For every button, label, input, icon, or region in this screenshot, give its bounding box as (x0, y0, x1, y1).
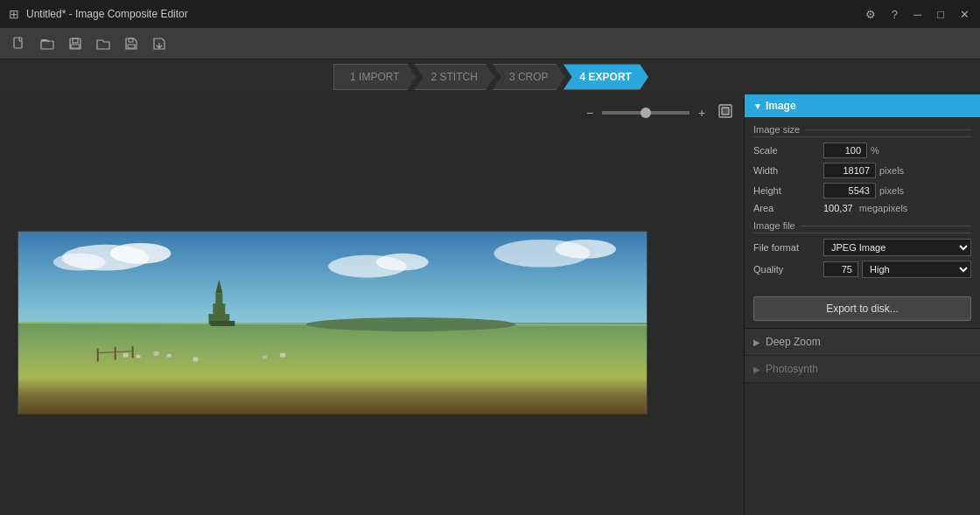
settings-control[interactable]: ⚙ (862, 6, 879, 23)
export-toolbar-button[interactable] (147, 31, 172, 56)
photosynth-label: Photosynth (766, 363, 818, 375)
svg-rect-11 (18, 323, 647, 414)
zoom-out-button[interactable]: − (581, 104, 598, 122)
area-unit: megapixels (859, 203, 908, 213)
app-icon: ⊞ (7, 7, 21, 21)
photosynth-section-header[interactable]: ▶ Photosynth (745, 356, 980, 383)
svg-point-25 (306, 317, 515, 331)
svg-rect-29 (167, 353, 172, 357)
nav-tabs: 1 IMPORT 2 STITCH 3 CROP 4 EXPORT (333, 64, 647, 90)
area-value: 100,37 megapixels (823, 203, 971, 213)
title-bar-left: ⊞ Untitled* - Image Composite Editor (7, 7, 188, 21)
width-input[interactable] (823, 163, 876, 178)
svg-rect-15 (215, 293, 222, 305)
file-format-row: File format JPEG Image PNG Image TIFF Im… (753, 239, 971, 256)
svg-point-19 (110, 242, 172, 263)
svg-rect-34 (115, 346, 116, 359)
panorama-image (18, 231, 648, 414)
save-button[interactable] (119, 31, 144, 56)
tab-import[interactable]: 1 IMPORT (333, 64, 416, 90)
zoom-in-button[interactable]: + (693, 104, 710, 122)
open-folder-button[interactable] (91, 31, 116, 56)
svg-rect-31 (262, 355, 267, 358)
nav-wrapper: BACK 1 IMPORT 2 STITCH 3 CROP 4 EXPORT (333, 59, 647, 94)
canvas-area: − + (0, 94, 744, 515)
photosynth-arrow: ▶ (753, 365, 760, 374)
width-label: Width (753, 165, 823, 176)
svg-rect-28 (154, 351, 159, 355)
image-section: ▼ Image Image size Scale % Width pixels (745, 94, 980, 329)
svg-rect-27 (136, 354, 141, 358)
area-label: Area (753, 203, 823, 213)
svg-point-20 (53, 253, 106, 270)
deep-zoom-label: Deep Zoom (766, 336, 821, 348)
tab-stitch[interactable]: 2 STITCH (415, 64, 494, 90)
right-panel: ▼ Image Image size Scale % Width pixels (744, 94, 980, 515)
image-section-title: Image (766, 100, 796, 112)
image-container (0, 94, 744, 515)
scale-input[interactable] (823, 143, 867, 158)
help-control[interactable]: ? (888, 6, 901, 23)
new-button[interactable] (7, 31, 32, 56)
image-section-header[interactable]: ▼ Image (745, 94, 980, 117)
svg-rect-32 (280, 352, 285, 357)
svg-rect-5 (71, 45, 80, 48)
quality-label: Quality (753, 264, 823, 275)
zoom-toolbar: − + (581, 101, 737, 123)
svg-rect-0 (14, 38, 22, 48)
tab-import-label: 1 IMPORT (350, 71, 399, 83)
image-size-label: Image size (753, 124, 971, 137)
export-to-disk-button[interactable]: Export to disk... (753, 296, 971, 321)
svg-point-22 (376, 253, 429, 270)
quality-input[interactable] (823, 261, 858, 277)
open-project-button[interactable] (35, 31, 60, 56)
svg-rect-35 (132, 345, 134, 358)
height-unit: pixels (879, 185, 904, 196)
svg-rect-2 (41, 41, 53, 49)
save-project-button[interactable] (63, 31, 88, 56)
title-bar: ⊞ Untitled* - Image Composite Editor ⚙ ?… (0, 0, 980, 28)
image-section-arrow: ▼ (753, 101, 762, 111)
quality-row: Quality Low Medium High Maximum (753, 261, 971, 278)
file-format-select[interactable]: JPEG Image PNG Image TIFF Image BMP Imag… (823, 239, 971, 256)
svg-rect-14 (213, 303, 225, 316)
image-file-label: Image file (753, 220, 971, 233)
image-section-body: Image size Scale % Width pixels Height p… (745, 117, 980, 289)
scale-row: Scale % (753, 143, 971, 158)
svg-rect-33 (97, 348, 99, 361)
scale-unit: % (871, 145, 879, 156)
svg-rect-17 (210, 321, 234, 326)
svg-rect-3 (70, 38, 80, 49)
window-title: Untitled* - Image Composite Editor (26, 8, 188, 20)
svg-rect-30 (192, 357, 198, 361)
height-row: Height pixels (753, 183, 971, 198)
tab-crop-label: 3 CROP (509, 71, 549, 83)
nav-bar: BACK 1 IMPORT 2 STITCH 3 CROP 4 EXPORT (0, 59, 980, 94)
deep-zoom-arrow: ▶ (753, 338, 760, 347)
tab-stitch-label: 2 STITCH (431, 71, 478, 83)
window-controls: ⚙ ? ─ □ ✕ (862, 6, 973, 23)
width-unit: pixels (879, 165, 904, 176)
quality-level-select[interactable]: Low Medium High Maximum (862, 261, 971, 278)
svg-rect-26 (123, 352, 129, 357)
area-row: Area 100,37 megapixels (753, 203, 971, 213)
height-input[interactable] (823, 183, 876, 198)
tab-export-label: 4 EXPORT (580, 71, 632, 83)
tab-crop[interactable]: 3 CROP (493, 64, 565, 90)
deep-zoom-section-header[interactable]: ▶ Deep Zoom (745, 329, 980, 356)
svg-point-24 (555, 239, 616, 258)
main-layout: − + (0, 94, 980, 515)
svg-rect-4 (73, 38, 78, 43)
width-row: Width pixels (753, 163, 971, 178)
scale-label: Scale (753, 145, 823, 156)
minimize-control[interactable]: ─ (910, 6, 925, 23)
close-control[interactable]: ✕ (956, 6, 973, 23)
tab-export[interactable]: 4 EXPORT (564, 64, 648, 90)
zoom-slider[interactable] (602, 111, 690, 115)
zoom-fit-button[interactable] (714, 101, 737, 123)
file-format-label: File format (753, 242, 823, 253)
svg-rect-6 (128, 45, 135, 48)
svg-rect-9 (722, 108, 729, 115)
maximize-control[interactable]: □ (934, 6, 948, 23)
toolbar (0, 28, 980, 59)
